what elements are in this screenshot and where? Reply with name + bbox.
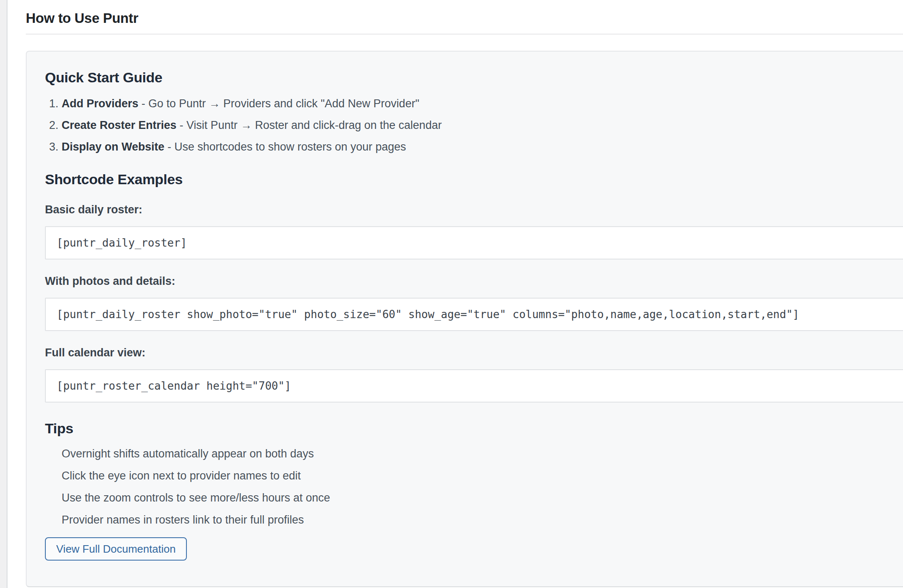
admin-sidebar-edge bbox=[0, 0, 7, 588]
help-page: How to Use Puntr Quick Start Guide Add P… bbox=[8, 0, 903, 588]
step-text: - Visit Puntr → Roster and click-drag on… bbox=[176, 119, 442, 131]
shortcode-with-photos: [puntr_daily_roster show_photo="true" ph… bbox=[45, 298, 903, 331]
tips-list: Overnight shifts automatically appear on… bbox=[45, 447, 903, 526]
shortcode-code: [puntr_roster_calendar height="700"] bbox=[57, 380, 291, 392]
step-text: - Go to Puntr → Providers and click "Add… bbox=[139, 97, 419, 110]
step-text: - Use shortcodes to show rosters on your… bbox=[164, 141, 406, 153]
tip-item: Click the eye icon next to provider name… bbox=[62, 469, 903, 482]
quick-start-steps: Add Providers - Go to Puntr → Providers … bbox=[45, 97, 903, 153]
view-full-documentation-button[interactable]: View Full Documentation bbox=[45, 537, 187, 561]
step-create-roster-entries: Create Roster Entries - Visit Puntr → Ro… bbox=[62, 119, 903, 132]
step-lead: Create Roster Entries bbox=[62, 119, 176, 131]
quick-start-heading: Quick Start Guide bbox=[45, 69, 903, 86]
shortcode-label-calendar: Full calendar view: bbox=[45, 346, 903, 359]
shortcode-label-basic: Basic daily roster: bbox=[45, 203, 903, 216]
step-lead: Add Providers bbox=[62, 97, 139, 110]
shortcode-label-photos: With photos and details: bbox=[45, 274, 903, 288]
quick-start-card: Quick Start Guide Add Providers - Go to … bbox=[26, 51, 903, 587]
title-divider bbox=[26, 34, 903, 35]
tip-item: Provider names in rosters link to their … bbox=[62, 513, 903, 526]
shortcode-code: [puntr_daily_roster show_photo="true" ph… bbox=[57, 308, 799, 321]
shortcode-examples-heading: Shortcode Examples bbox=[45, 171, 903, 188]
step-add-providers: Add Providers - Go to Puntr → Providers … bbox=[62, 97, 903, 110]
tip-item: Use the zoom controls to see more/less h… bbox=[62, 491, 903, 504]
tip-item: Overnight shifts automatically appear on… bbox=[62, 447, 903, 460]
step-lead: Display on Website bbox=[62, 141, 164, 153]
tips-heading: Tips bbox=[45, 420, 903, 437]
step-display-on-website: Display on Website - Use shortcodes to s… bbox=[62, 140, 903, 153]
page-title: How to Use Puntr bbox=[26, 10, 903, 27]
shortcode-code: [puntr_daily_roster] bbox=[57, 237, 187, 249]
shortcode-roster-calendar: [puntr_roster_calendar height="700"] bbox=[45, 369, 903, 403]
shortcode-basic-daily-roster: [puntr_daily_roster] bbox=[45, 226, 903, 259]
